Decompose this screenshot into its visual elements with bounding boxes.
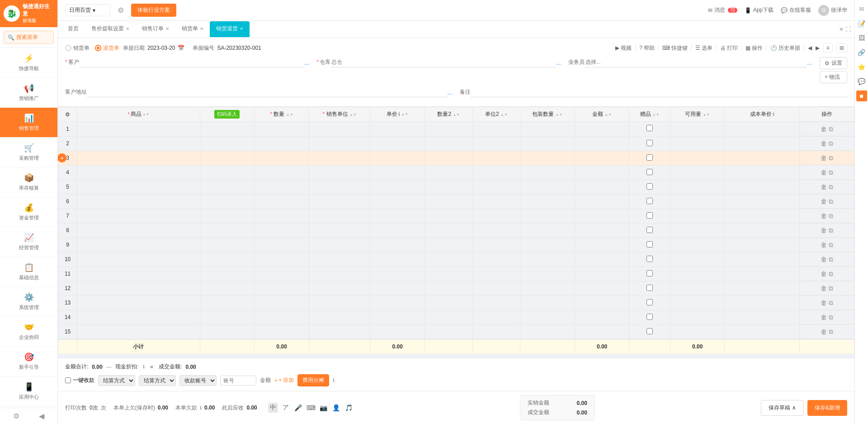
- sales-unit-cell[interactable]: [309, 194, 370, 209]
- salesperson-input[interactable]: [585, 57, 807, 67]
- copy-row-icon[interactable]: ⧉: [829, 198, 833, 205]
- logistics-btn[interactable]: + 物流: [820, 71, 847, 83]
- cost-price-cell[interactable]: [725, 252, 800, 267]
- save-new-button[interactable]: 保存&新增: [807, 400, 847, 416]
- quantity2-cell[interactable]: [425, 180, 473, 194]
- sales-unit-cell[interactable]: [309, 151, 370, 165]
- sales-unit-cell[interactable]: [309, 136, 370, 151]
- pack-qty-cell[interactable]: [520, 151, 575, 165]
- customer-select-btn[interactable]: ...: [304, 59, 310, 66]
- gift-checkbox[interactable]: [646, 154, 653, 161]
- copy-row-icon[interactable]: ⧉: [829, 299, 833, 307]
- pack-qty-cell[interactable]: [520, 209, 575, 223]
- help-action[interactable]: ? 帮助: [639, 44, 655, 52]
- gift-checkbox[interactable]: [646, 299, 653, 305]
- price-sort[interactable]: ▲▼: [401, 112, 408, 116]
- product-sort[interactable]: ▲▼: [142, 112, 150, 116]
- copy-row-icon[interactable]: ⧉: [829, 256, 833, 263]
- unit2-cell[interactable]: [472, 136, 520, 151]
- product-input[interactable]: [79, 155, 198, 161]
- history-action[interactable]: 🕐 历史单据: [770, 44, 800, 52]
- salesperson-select-btn[interactable]: ...: [807, 59, 812, 66]
- delete-row-icon[interactable]: 🗑: [821, 328, 827, 335]
- prev-record[interactable]: ◀: [808, 45, 812, 51]
- cost-price-cell[interactable]: [725, 151, 800, 165]
- sales-unit-cell[interactable]: [309, 223, 370, 238]
- copy-row-icon[interactable]: ⧉: [829, 140, 833, 148]
- sidebar-item-sales[interactable]: 📊 销售管理: [0, 108, 57, 138]
- product-cell[interactable]: [77, 151, 200, 165]
- unit-price-cell[interactable]: [370, 194, 425, 209]
- remark-input[interactable]: [471, 87, 847, 97]
- pack-qty-cell[interactable]: [520, 194, 575, 209]
- cost-price-cell[interactable]: [725, 223, 800, 238]
- sidebar-item-marketing[interactable]: 📢 营销推广: [0, 78, 57, 108]
- fee-info-icon[interactable]: ℹ: [333, 377, 335, 383]
- pack-qty-cell[interactable]: [520, 310, 575, 324]
- cost-price-cell[interactable]: [725, 136, 800, 151]
- product-cell[interactable]: [77, 122, 200, 137]
- taskbar-icon-user[interactable]: 👤: [331, 403, 341, 413]
- copy-row-icon[interactable]: ⧉: [829, 154, 833, 162]
- copy-row-icon[interactable]: ⧉: [829, 227, 833, 234]
- sidebar-item-inventory[interactable]: 📦 库存核算: [0, 167, 57, 197]
- discount-info-icon[interactable]: ℹ: [143, 364, 145, 370]
- pack-qty-cell[interactable]: [520, 238, 575, 252]
- unit-price-cell[interactable]: [370, 310, 425, 324]
- product-cell[interactable]: [77, 267, 200, 281]
- quantity2-cell[interactable]: [425, 324, 473, 339]
- quantity2-cell[interactable]: [425, 295, 473, 310]
- sidebar-item-finance[interactable]: 💰 资金管理: [0, 197, 57, 227]
- gift-sort[interactable]: ▲▼: [652, 113, 660, 117]
- sidebar-item-basic-info[interactable]: 📋 基础信息: [0, 257, 57, 287]
- tab-price-settings-close[interactable]: ✕: [126, 26, 129, 31]
- quantity2-cell[interactable]: [425, 310, 473, 324]
- product-cell[interactable]: [77, 310, 200, 324]
- unit2-cell[interactable]: [472, 267, 520, 281]
- gift-checkbox[interactable]: [646, 212, 653, 219]
- gift-cell[interactable]: [629, 295, 670, 310]
- right-panel-link-icon[interactable]: 🔗: [856, 47, 867, 58]
- amount-cell[interactable]: [575, 267, 629, 281]
- sidebar-item-guide[interactable]: 🎯 新手引导: [0, 347, 57, 376]
- delete-row-icon[interactable]: 🗑: [821, 212, 827, 219]
- gift-checkbox[interactable]: [646, 270, 653, 276]
- unit-price-cell[interactable]: [370, 324, 425, 339]
- sidebar-item-system[interactable]: ⚙️ 系统管理: [0, 287, 57, 317]
- copy-row-icon[interactable]: ⧉: [829, 328, 833, 336]
- available-cell[interactable]: [670, 252, 725, 267]
- gift-cell[interactable]: [629, 180, 670, 194]
- cost-price-info-icon[interactable]: ℹ: [773, 111, 774, 117]
- gift-cell[interactable]: [629, 238, 670, 252]
- scan-cell[interactable]: [200, 122, 255, 137]
- copy-row-icon[interactable]: ⧉: [829, 314, 833, 321]
- method-select[interactable]: 结算方式: [98, 375, 135, 386]
- gift-checkbox[interactable]: [646, 125, 653, 131]
- cost-price-cell[interactable]: [725, 310, 800, 324]
- right-panel-img-icon[interactable]: 🖼: [856, 33, 867, 43]
- copy-row-icon[interactable]: ⧉: [829, 125, 833, 133]
- quantity-cell[interactable]: [255, 324, 309, 339]
- quantity2-cell[interactable]: [425, 151, 473, 165]
- unit2-cell[interactable]: [472, 295, 520, 310]
- gift-checkbox[interactable]: [646, 169, 653, 175]
- cost-price-cell[interactable]: [725, 209, 800, 223]
- unit2-cell[interactable]: [472, 165, 520, 180]
- grid-view-btn[interactable]: ⊞: [836, 43, 847, 52]
- scan-cell[interactable]: [200, 165, 255, 180]
- tab-home[interactable]: 首页: [61, 21, 85, 37]
- qty-sort[interactable]: ▲▼: [286, 113, 293, 117]
- select-action[interactable]: ☰ 选单: [695, 44, 712, 52]
- pack-qty-cell[interactable]: [520, 324, 575, 339]
- delete-row-icon[interactable]: 🗑: [821, 169, 827, 176]
- sales-unit-cell[interactable]: [309, 165, 370, 180]
- gift-checkbox[interactable]: [646, 183, 653, 190]
- sales-unit-cell[interactable]: [309, 324, 370, 339]
- online-service-btn[interactable]: 💬 在线客服: [781, 6, 811, 14]
- unit2-cell[interactable]: [472, 122, 520, 137]
- unit2-sort[interactable]: ▲▼: [500, 113, 508, 117]
- sidebar-item-app-center[interactable]: 📱 应用中心: [0, 376, 57, 406]
- unit2-cell[interactable]: [472, 324, 520, 339]
- debt-info-icon[interactable]: ℹ: [200, 405, 202, 411]
- scan-cell[interactable]: [200, 310, 255, 324]
